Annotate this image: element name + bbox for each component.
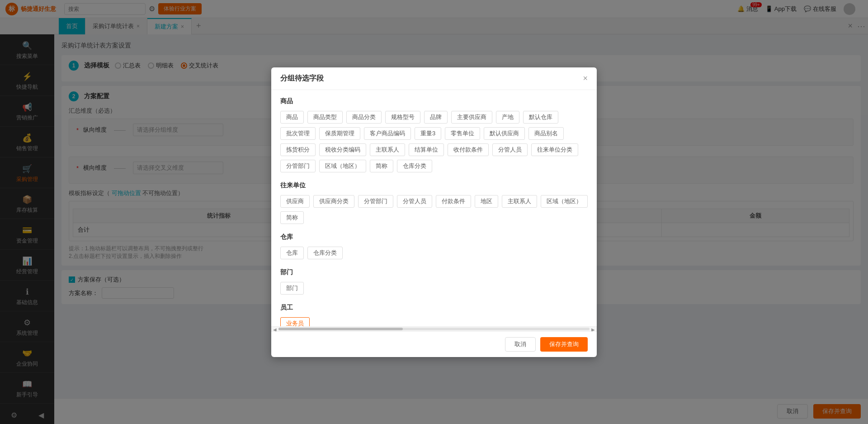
- modal-cancel-button[interactable]: 取消: [505, 337, 536, 352]
- field-tag-abbr[interactable]: 简称: [370, 160, 393, 172]
- field-tag-weight[interactable]: 重量3: [415, 127, 441, 140]
- section-counterpart-title: 往来单位: [280, 181, 588, 190]
- field-tag-main-contact[interactable]: 主联系人: [370, 143, 405, 156]
- field-tag-tax-code[interactable]: 税收分类编码: [319, 143, 366, 156]
- field-tag-origin[interactable]: 产地: [496, 111, 519, 124]
- field-tag-spec[interactable]: 规格型号: [385, 111, 420, 124]
- modal: 分组待选字段 × 商品 商品 商品类型 商品分类 规格型号 品牌 主要供应商 产…: [271, 67, 597, 357]
- field-tag-supplier[interactable]: 供应商: [280, 195, 310, 208]
- field-tag-supervisor[interactable]: 分管人员: [492, 143, 528, 156]
- modal-close-button[interactable]: ×: [583, 74, 588, 83]
- field-tag-counterpart-cat[interactable]: 往来单位分类: [531, 143, 578, 156]
- field-tag-manage-dept[interactable]: 分管部门: [358, 195, 393, 208]
- field-tag-settlement-unit[interactable]: 结算单位: [409, 143, 444, 156]
- field-tag-department[interactable]: 部门: [280, 282, 304, 295]
- field-tag-abbr2[interactable]: 简称: [280, 211, 304, 224]
- hscroll-left[interactable]: ◀: [273, 327, 277, 331]
- section-dept-title: 部门: [280, 268, 588, 276]
- modal-save-button[interactable]: 保存并查询: [540, 337, 588, 352]
- section-warehouse-title: 仓库: [280, 233, 588, 241]
- section-goods: 商品 商品 商品类型 商品分类 规格型号 品牌 主要供应商 产地 默认仓库 批次…: [280, 97, 588, 172]
- field-tag-payment-terms[interactable]: 收付款条件: [448, 143, 489, 156]
- section-dept-grid: 部门: [280, 282, 588, 295]
- section-dept: 部门 部门: [280, 268, 588, 295]
- field-tag-default-warehouse[interactable]: 默认仓库: [523, 111, 558, 124]
- field-tag-shelf-life[interactable]: 保质期管理: [319, 127, 360, 140]
- field-tag-retail-unit[interactable]: 零售单位: [445, 127, 480, 140]
- section-goods-title: 商品: [280, 97, 588, 105]
- field-tag-main-contact2[interactable]: 主联系人: [502, 195, 537, 208]
- field-tag-pay-terms[interactable]: 付款条件: [436, 195, 471, 208]
- field-tag-manage-person[interactable]: 分管人员: [397, 195, 432, 208]
- section-staff-title: 员工: [280, 304, 588, 312]
- field-tag-warehouse-cat[interactable]: 仓库分类: [397, 160, 432, 172]
- section-staff-grid: 业务员: [280, 317, 588, 326]
- field-tag-pick-points[interactable]: 拣货积分: [280, 143, 316, 156]
- field-tag-warehouse-cat2[interactable]: 仓库分类: [307, 247, 343, 259]
- modal-title: 分组待选字段: [280, 74, 324, 83]
- modal-hscroll[interactable]: ◀ ▶: [271, 326, 597, 331]
- section-counterpart-grid: 供应商 供应商分类 分管部门 分管人员 付款条件 地区 主联系人 区域（地区） …: [280, 195, 588, 224]
- modal-body: 商品 商品 商品类型 商品分类 规格型号 品牌 主要供应商 产地 默认仓库 批次…: [271, 90, 597, 326]
- field-tag-customer-code[interactable]: 客户商品编码: [364, 127, 411, 140]
- section-warehouse-grid: 仓库 仓库分类: [280, 247, 588, 259]
- field-tag-goods-cat[interactable]: 商品分类: [346, 111, 382, 124]
- hscroll-thumb[interactable]: [278, 328, 403, 330]
- section-goods-grid: 商品 商品类型 商品分类 规格型号 品牌 主要供应商 产地 默认仓库 批次管理 …: [280, 111, 588, 172]
- modal-overlay: 分组待选字段 × 商品 商品 商品类型 商品分类 规格型号 品牌 主要供应商 产…: [0, 0, 868, 424]
- field-tag-main-supplier[interactable]: 主要供应商: [451, 111, 492, 124]
- modal-footer: 取消 保存并查询: [271, 331, 597, 357]
- field-tag-salesman[interactable]: 业务员: [280, 317, 310, 326]
- field-tag-batch[interactable]: 批次管理: [280, 127, 316, 140]
- modal-header: 分组待选字段 ×: [271, 67, 597, 90]
- section-warehouse: 仓库 仓库 仓库分类: [280, 233, 588, 259]
- section-staff: 员工 业务员: [280, 304, 588, 326]
- field-tag-goods[interactable]: 商品: [280, 111, 304, 124]
- field-tag-default-supplier[interactable]: 默认供应商: [484, 127, 525, 140]
- hscroll-track: [278, 328, 590, 330]
- section-counterpart: 往来单位 供应商 供应商分类 分管部门 分管人员 付款条件 地区 主联系人 区域…: [280, 181, 588, 224]
- hscroll-right[interactable]: ▶: [591, 327, 595, 331]
- field-tag-district[interactable]: 地区: [475, 195, 498, 208]
- field-tag-region2[interactable]: 区域（地区）: [541, 195, 588, 208]
- field-tag-goods-type[interactable]: 商品类型: [307, 111, 343, 124]
- field-tag-dept[interactable]: 分管部门: [280, 160, 316, 172]
- field-tag-alias[interactable]: 商品别名: [528, 127, 564, 140]
- field-tag-warehouse[interactable]: 仓库: [280, 247, 304, 259]
- field-tag-supplier-cat[interactable]: 供应商分类: [313, 195, 354, 208]
- field-tag-brand[interactable]: 品牌: [424, 111, 448, 124]
- field-tag-region[interactable]: 区域（地区）: [319, 160, 366, 172]
